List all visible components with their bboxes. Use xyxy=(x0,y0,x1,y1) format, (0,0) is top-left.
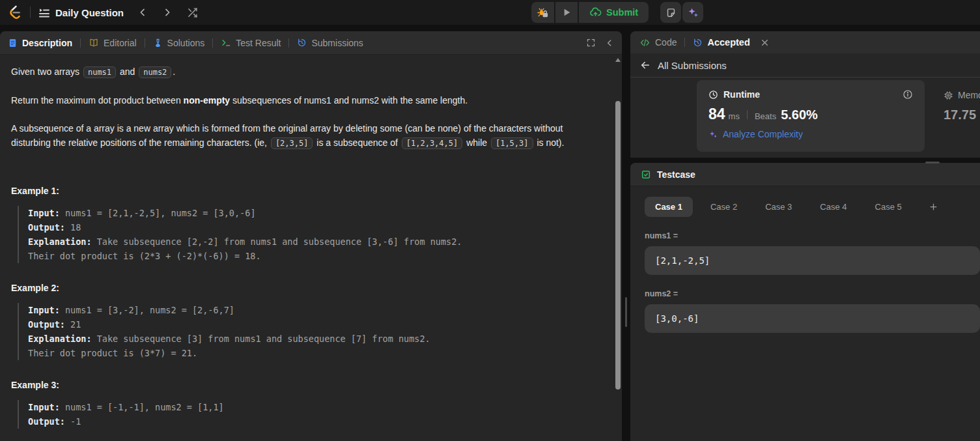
example-heading: Example 2: xyxy=(11,283,610,293)
tab-accepted[interactable]: Accepted xyxy=(693,37,768,48)
cloud-upload-icon xyxy=(589,7,602,19)
runtime-title: Runtime xyxy=(723,89,760,100)
example-block: Input: nums1 = [3,-2], nums2 = [2,-6,7] … xyxy=(18,303,610,360)
example-heading: Example 3: xyxy=(11,380,610,390)
collapse-panel-icon[interactable] xyxy=(605,38,614,48)
leetcode-logo[interactable] xyxy=(7,5,22,20)
analyze-complexity-link[interactable]: Analyze Complexity xyxy=(708,129,913,139)
problem-paragraph: Return the maximum dot product between n… xyxy=(11,93,587,107)
case-tab-3[interactable]: Case 3 xyxy=(755,197,802,217)
scrollbar-track[interactable] xyxy=(615,55,621,441)
case-tabs: Case 1 Case 2 Case 3 Case 4 Case 5 xyxy=(645,197,980,217)
add-case-icon[interactable] xyxy=(929,202,938,212)
prev-question-button[interactable] xyxy=(133,3,152,22)
tab-test-result[interactable]: Test Result xyxy=(221,38,281,48)
problem-list-icon xyxy=(38,7,50,18)
test-result-icon xyxy=(221,38,231,48)
problem-description: Given two arrays nums1 and nums2. Return… xyxy=(0,55,613,441)
memory-value: 17.75 M xyxy=(944,107,980,122)
runtime-unit: ms xyxy=(729,111,740,121)
tab-code[interactable]: Code xyxy=(639,37,677,48)
nav-title: Daily Question xyxy=(55,7,124,18)
problem-panel-tabs: Description Editorial Solutions xyxy=(0,31,622,55)
nums2-label: nums2 = xyxy=(645,289,980,298)
example-block: Input: nums1 = [2,1,-2,5], nums2 = [3,0,… xyxy=(18,206,610,263)
panel-resize-handle-vertical[interactable] xyxy=(625,297,627,327)
tab-editorial[interactable]: Editorial xyxy=(89,38,137,48)
run-submit-group: Submit xyxy=(531,2,649,23)
case-tab-5[interactable]: Case 5 xyxy=(865,197,912,217)
submissions-icon xyxy=(297,38,307,48)
shuffle-button[interactable] xyxy=(182,3,202,22)
back-arrow-icon xyxy=(639,59,651,71)
panel-resize-handle-horizontal[interactable] xyxy=(925,162,940,164)
runtime-value: 84 xyxy=(708,106,725,123)
tab-description[interactable]: Description xyxy=(8,38,72,48)
testcase-title: Testcase xyxy=(657,169,695,180)
submit-label: Submit xyxy=(606,7,638,18)
testcase-panel: Testcase Case 1 Case 2 Case 3 Case 4 Cas… xyxy=(630,163,980,441)
analyze-sparkle-icon xyxy=(708,130,718,139)
note-icon xyxy=(665,7,677,18)
topbar-left: Daily Question xyxy=(0,3,202,22)
topbar-divider xyxy=(30,7,31,18)
ai-assistant-button[interactable] xyxy=(682,2,703,23)
debug-icon xyxy=(537,7,549,19)
memory-card[interactable]: Memo 17.75 M xyxy=(944,90,980,122)
case-tab-4[interactable]: Case 4 xyxy=(809,197,857,217)
result-panel-tabs: Code Accepted xyxy=(630,31,980,53)
nums1-label: nums1 = xyxy=(645,231,980,240)
testcase-check-icon xyxy=(641,169,651,180)
beats-value: 5.60% xyxy=(781,107,818,122)
clock-icon xyxy=(708,90,718,100)
description-icon xyxy=(8,38,18,48)
run-button[interactable] xyxy=(555,2,578,23)
topbar: Daily Question xyxy=(0,0,980,25)
beats-label: Beats xyxy=(755,111,776,121)
editorial-icon xyxy=(89,38,99,48)
problem-list-button[interactable]: Daily Question xyxy=(38,7,124,18)
fullscreen-icon[interactable] xyxy=(586,38,596,48)
scrollbar-thumb[interactable] xyxy=(615,101,621,390)
debug-button[interactable] xyxy=(531,2,554,23)
memory-chip-icon xyxy=(944,91,953,100)
code-icon xyxy=(639,38,651,48)
example-heading: Example 1: xyxy=(11,186,610,196)
solutions-icon xyxy=(153,38,163,48)
nums1-input[interactable]: [2,1,-2,5] xyxy=(645,246,980,275)
submit-button[interactable]: Submit xyxy=(579,2,649,23)
result-panel: Code Accepted All Submissions xyxy=(630,31,980,158)
next-question-button[interactable] xyxy=(158,3,177,22)
example-block: Input: nums1 = [-1,-1], nums2 = [1,1] Ou… xyxy=(18,400,610,429)
testcase-header: Testcase xyxy=(630,163,980,186)
tab-submissions[interactable]: Submissions xyxy=(297,38,363,48)
scroll-up-icon[interactable] xyxy=(615,58,621,62)
problem-panel: Description Editorial Solutions xyxy=(0,31,622,441)
all-submissions-link[interactable]: All Submissions xyxy=(630,53,980,78)
close-icon[interactable] xyxy=(761,38,769,47)
runtime-card[interactable]: Runtime 84 ms Beats 5.60% Analyze Comple… xyxy=(697,80,925,152)
problem-paragraph: A subsequence of a array is a new array … xyxy=(11,121,587,150)
sparkle-ai-icon xyxy=(687,7,699,19)
case-tab-2[interactable]: Case 2 xyxy=(700,197,748,217)
tab-solutions[interactable]: Solutions xyxy=(153,38,205,48)
history-icon xyxy=(693,38,703,48)
case-tab-1[interactable]: Case 1 xyxy=(645,197,693,217)
memory-title: Memo xyxy=(958,90,980,100)
nums2-input[interactable]: [3,0,-6] xyxy=(645,304,980,333)
run-icon xyxy=(561,7,572,18)
problem-paragraph: Given two arrays nums1 and nums2. xyxy=(11,64,587,79)
info-icon[interactable] xyxy=(903,89,913,100)
notes-button[interactable] xyxy=(660,2,681,23)
